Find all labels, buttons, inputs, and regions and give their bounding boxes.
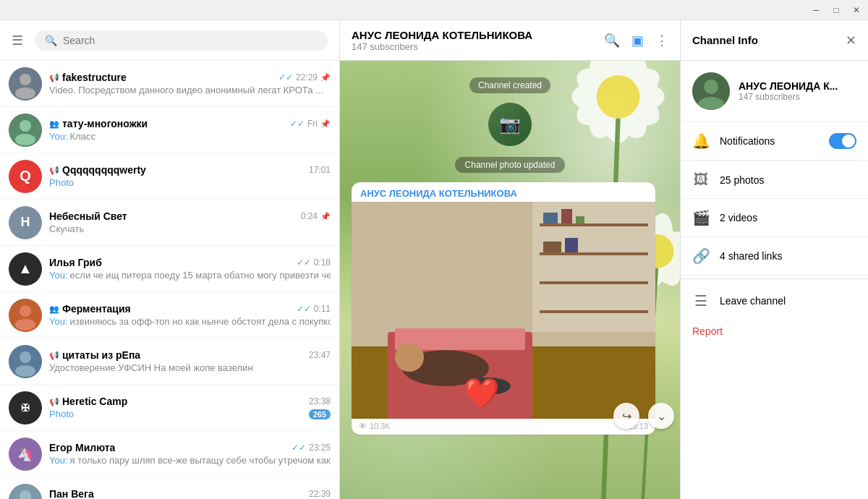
chat-time: 22:39 bbox=[309, 489, 331, 499]
photo-updated-msg: Channel photo updated bbox=[455, 158, 566, 171]
notifications-toggle[interactable] bbox=[829, 133, 856, 149]
bell-icon: 🔔 bbox=[692, 132, 710, 150]
message-channel-name: АНУС ЛЕОНИДА КОТЕЛЬНИКОВА bbox=[352, 182, 655, 202]
chat-item-tatu[interactable]: 👥 тату-многоножки ✓✓ Fri 📌 You: Класс bbox=[0, 107, 339, 153]
group-icon: 👥 bbox=[49, 119, 59, 129]
channel-icon: 📢 bbox=[49, 73, 59, 82]
svg-rect-40 bbox=[543, 242, 561, 252]
chat-content: Небесный Свет 0:24 📌 Скучать bbox=[49, 210, 331, 234]
svg-point-4 bbox=[20, 120, 31, 132]
svg-point-45 bbox=[395, 343, 424, 372]
pin-icon: 📌 bbox=[320, 212, 331, 221]
chat-item-egormiluta[interactable]: 🦄 Егор Милюта ✓✓ 23:25 You: я только пар… bbox=[0, 431, 339, 477]
photos-row[interactable]: 🖼 25 photos bbox=[681, 161, 868, 199]
videos-icon: 🎬 bbox=[692, 209, 710, 226]
share-button[interactable]: ↪ bbox=[613, 403, 639, 429]
minimize-button[interactable]: ─ bbox=[810, 4, 822, 16]
read-icon: ✓✓ bbox=[297, 304, 311, 314]
chat-subtitle: 147 subscribers bbox=[352, 41, 532, 52]
chat-item-ilyagrib[interactable]: ▲ Илья Гриб ✓✓ 0:18 You: если че ищ пите… bbox=[0, 246, 339, 292]
profile-info: АНУС ЛЕОНИДА К... 147 subscribers bbox=[739, 80, 838, 102]
search-chat-icon[interactable]: 🔍 bbox=[604, 33, 620, 48]
report-button[interactable]: Report bbox=[681, 320, 868, 343]
close-panel-button[interactable]: ✕ bbox=[846, 33, 856, 48]
chat-item-fakestructure[interactable]: 📢 fakestructure ✓✓ 22:29 📌 Video. Посред… bbox=[0, 61, 339, 107]
shared-links-count: 4 shared links bbox=[720, 250, 782, 262]
chat-name: 👥 Ферментация bbox=[49, 303, 131, 315]
group-icon: 👥 bbox=[49, 304, 59, 314]
pin-icon: 📌 bbox=[320, 119, 331, 129]
search-box[interactable]: 🔍 bbox=[35, 30, 328, 51]
pin-icon: 📌 bbox=[320, 73, 331, 82]
svg-rect-41 bbox=[565, 238, 578, 252]
leave-row[interactable]: ☰ Leave channel bbox=[681, 282, 868, 320]
chat-content: 👥 Ферментация ✓✓ 0:11 You: извиняюсь за … bbox=[49, 303, 331, 327]
hamburger-icon[interactable]: ☰ bbox=[12, 33, 23, 48]
svg-point-2 bbox=[15, 88, 35, 99]
chat-time: 23:25 bbox=[309, 443, 331, 453]
chat-item-citaty[interactable]: 📢 цитаты из рЕпа 23:47 Удостоверение УФС… bbox=[0, 338, 339, 385]
chat-item-hereticcamp[interactable]: ✠ 📢 Heretic Camp 23:38 Phot bbox=[0, 385, 339, 431]
svg-rect-38 bbox=[561, 209, 572, 223]
read-icon: ✓✓ bbox=[292, 443, 306, 453]
notifications-row: 🔔 Notifications bbox=[681, 122, 868, 161]
videos-count: 2 videos bbox=[720, 212, 757, 223]
links-icon: 🔗 bbox=[692, 247, 710, 265]
chat-preview: Удостоверение УФСИН На моей жопе вазелин bbox=[49, 362, 331, 373]
scroll-down-button[interactable]: ⌄ bbox=[648, 403, 674, 429]
svg-point-8 bbox=[15, 319, 35, 330]
avatar: Н bbox=[9, 206, 42, 239]
chat-time: 0:18 bbox=[314, 257, 331, 268]
layout-icon[interactable]: ▣ bbox=[631, 33, 644, 48]
photos-count: 25 photos bbox=[720, 174, 765, 186]
chat-item-panvega[interactable]: Пан Вега 22:39 💡 Sticker bbox=[0, 477, 339, 499]
svg-rect-33 bbox=[540, 223, 648, 226]
svg-point-5 bbox=[15, 134, 35, 145]
sidebar: ☰ 🔍 📢 fakestructure bbox=[0, 20, 340, 499]
chat-time: 0:24 bbox=[301, 211, 318, 221]
unread-badge: 265 bbox=[309, 409, 331, 419]
chat-time: 23:47 bbox=[309, 350, 331, 360]
channel-photo-circle: 📷 bbox=[488, 103, 532, 146]
svg-rect-35 bbox=[540, 281, 648, 284]
chat-time: Fri bbox=[307, 119, 318, 129]
read-icon: ✓✓ bbox=[278, 72, 293, 82]
chat-item-qqqqwerty[interactable]: Q 📢 Qqqqqqqqqwerty 17:01 Photo bbox=[0, 153, 339, 200]
chat-content: 📢 Heretic Camp 23:38 Photo 265 bbox=[49, 396, 331, 419]
profile-name: АНУС ЛЕОНИДА К... bbox=[739, 80, 838, 92]
close-window-button[interactable]: ✕ bbox=[851, 4, 862, 16]
chat-preview: Photo bbox=[49, 409, 74, 419]
svg-rect-37 bbox=[543, 213, 558, 223]
chat-name: Илья Гриб bbox=[49, 257, 102, 268]
svg-text:❤️: ❤️ bbox=[464, 375, 500, 410]
chat-content: 📢 Qqqqqqqqqwerty 17:01 Photo bbox=[49, 164, 331, 188]
more-options-icon[interactable]: ⋮ bbox=[655, 33, 668, 48]
maximize-button[interactable]: □ bbox=[830, 4, 842, 16]
svg-point-1 bbox=[20, 74, 31, 85]
svg-rect-34 bbox=[540, 252, 648, 255]
svg-point-11 bbox=[15, 365, 35, 377]
chat-preview: You: я только пару шляп все-же вытащу се… bbox=[49, 455, 331, 466]
chat-header-right: 🔍 ▣ ⋮ bbox=[604, 33, 668, 48]
notifications-label: Notifications bbox=[720, 135, 819, 147]
chat-item-nebesny[interactable]: Н Небесный Свет 0:24 📌 Скучать bbox=[0, 200, 339, 246]
profile-avatar bbox=[692, 72, 730, 110]
chat-list: 📢 fakestructure ✓✓ 22:29 📌 Video. Посред… bbox=[0, 61, 339, 499]
chat-body: Channel created 📷 Channel photo updated … bbox=[340, 61, 680, 499]
chat-preview: You: Класс bbox=[49, 131, 331, 142]
avatar bbox=[9, 114, 42, 147]
leave-label: Leave channel bbox=[720, 295, 786, 307]
chat-name: 📢 Heretic Camp bbox=[49, 396, 127, 407]
links-row[interactable]: 🔗 4 shared links bbox=[681, 237, 868, 276]
chat-name: Пан Вега bbox=[49, 488, 94, 499]
chat-item-fermentatsiya[interactable]: 👥 Ферментация ✓✓ 0:11 You: извиняюсь за … bbox=[0, 292, 339, 338]
search-input[interactable] bbox=[63, 35, 318, 46]
chat-preview: You: извиняюсь за офф-топ но как нынче о… bbox=[49, 316, 331, 327]
right-panel-profile: АНУС ЛЕОНИДА К... 147 subscribers bbox=[681, 61, 868, 122]
videos-row[interactable]: 🎬 2 videos bbox=[681, 199, 868, 237]
channel-icon: 📢 bbox=[49, 397, 59, 406]
chat-main: АНУС ЛЕОНИДА КОТЕЛЬНИКОВА 147 subscriber… bbox=[340, 20, 680, 499]
svg-point-7 bbox=[20, 305, 31, 317]
chat-content-overlay: Channel created 📷 Channel photo updated … bbox=[340, 61, 680, 499]
profile-subscribers: 147 subscribers bbox=[739, 92, 838, 102]
